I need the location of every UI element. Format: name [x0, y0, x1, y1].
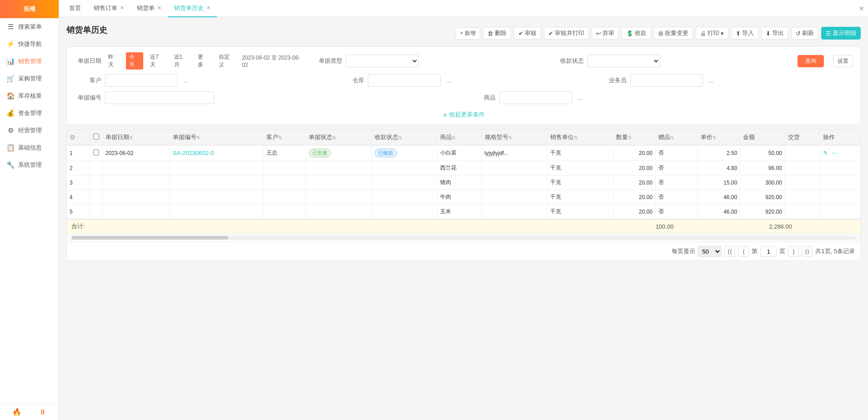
sort-qty-icon[interactable]: ⇅	[628, 135, 632, 140]
tab-bar-close-all[interactable]: ✕	[859, 5, 864, 12]
refresh-icon: ↺	[796, 30, 801, 37]
prev-page-btn[interactable]: ⟨	[738, 246, 749, 257]
date-tag-today[interactable]: 今天	[126, 52, 143, 70]
sort-doc-number-icon[interactable]: ⇅	[196, 135, 200, 140]
batch-change-button[interactable]: ⊞ 批量变更	[654, 27, 693, 40]
page-number-input[interactable]	[760, 246, 777, 257]
customer-more-dots[interactable]: ...	[183, 77, 189, 84]
more-action-icon[interactable]: ⋯	[832, 150, 838, 156]
new-button[interactable]: + 新增	[456, 27, 480, 40]
per-page-select[interactable]: 50 10 20 100	[698, 246, 722, 257]
doc-type-select[interactable]	[346, 55, 419, 67]
row-price: 15.00	[698, 175, 740, 190]
settings-button[interactable]: 设置	[833, 55, 853, 67]
delete-button[interactable]: 🗑 删除	[483, 27, 511, 40]
audit-button[interactable]: ✔ 审核	[514, 27, 541, 40]
edit-icon[interactable]: ✎	[823, 150, 828, 156]
collapse-icon: ∧	[443, 111, 447, 118]
date-tag-1month[interactable]: 近1月	[171, 52, 191, 70]
sidebar-item-label: 经营管理	[18, 126, 42, 135]
row-spec: tyjyjtyjdf...	[482, 145, 547, 161]
doc-type-label: 单据类型	[315, 57, 342, 65]
row-unit: 千克	[547, 190, 613, 205]
warehouse-input[interactable]	[368, 74, 441, 87]
print-button[interactable]: 🖨 打印 ▾	[696, 27, 728, 40]
abandon-button[interactable]: ↩ 弃审	[592, 27, 619, 40]
sort-doc-date-icon[interactable]: ⇅	[129, 135, 133, 140]
customer-input[interactable]	[105, 74, 178, 87]
sidebar-item-purchase-mgmt[interactable]: 🛒 采购管理	[0, 70, 59, 87]
col-gear[interactable]: ⚙	[67, 130, 90, 145]
sidebar-item-operation-mgmt[interactable]: ⚙ 经营管理	[0, 122, 59, 139]
sort-spec-icon[interactable]: ⇅	[508, 135, 512, 140]
sidebar-item-quick-nav[interactable]: ⚡ 快捷导航	[0, 35, 59, 53]
first-page-btn[interactable]: ⟨⟨	[724, 246, 735, 257]
goods-more-dots[interactable]: ...	[577, 94, 583, 101]
row-gift: 否	[656, 161, 698, 175]
query-button[interactable]: 查询	[798, 55, 824, 67]
date-tag-more[interactable]: 更多	[195, 52, 212, 70]
sidebar-item-system-mgmt[interactable]: 🔧 系统管理	[0, 156, 59, 174]
sidebar-item-label: 库存核算	[18, 92, 42, 100]
next-page-btn[interactable]: ⟩	[788, 246, 799, 257]
row-unit: 千克	[547, 161, 613, 175]
tab-sales-history[interactable]: 销货单历史 ✕	[168, 0, 217, 17]
date-tag-custom[interactable]: 自定义	[216, 52, 238, 70]
row-gift: 否	[656, 175, 698, 190]
salesperson-input[interactable]	[630, 74, 703, 87]
doc-number-link[interactable]: SA-20230602-0	[173, 150, 214, 156]
table-row: 1 2023-06-02 SA-20230602-0 王总 已生效 已收款 小白…	[67, 145, 860, 161]
date-filter-group: 单据日期 昨天 今天 近7天 近1月 更多 自定义 2023-06-02 至 2…	[74, 52, 306, 70]
tab-sales-order-close[interactable]: ✕	[120, 5, 124, 11]
salesperson-more-dots[interactable]: ...	[708, 77, 714, 84]
row-checkbox[interactable]	[93, 150, 99, 155]
sort-unit-icon[interactable]: ⇅	[574, 135, 577, 140]
row-price: 46.00	[698, 190, 740, 205]
tab-sales-delivery-close[interactable]: ✕	[157, 5, 161, 11]
col-amount: 金额	[740, 130, 785, 145]
import-button[interactable]: ⬆ 导入	[731, 27, 758, 40]
sidebar-item-basic-info[interactable]: 📋 基础信息	[0, 139, 59, 156]
horizontal-scrollbar[interactable]	[67, 233, 860, 242]
sidebar-pause-btn[interactable]: ⏸	[39, 408, 46, 416]
table-gear-icon[interactable]: ⚙	[70, 134, 75, 141]
sort-gift-icon[interactable]: ⇅	[670, 135, 674, 140]
sidebar-item-search-menu[interactable]: ☰ 搜索菜单	[0, 18, 59, 35]
sort-customer-icon[interactable]: ⇅	[278, 135, 282, 140]
payment-status-select[interactable]	[587, 55, 660, 67]
collapse-filter-btn[interactable]: ∧ 收起更多条件	[74, 109, 853, 119]
collect-button[interactable]: 💲 收款	[622, 27, 651, 40]
show-detail-button[interactable]: ☰ 显示明细	[821, 27, 861, 40]
sidebar-item-inventory[interactable]: 🏠 库存核算	[0, 87, 59, 105]
scrollbar-thumb[interactable]	[71, 236, 228, 240]
export-button[interactable]: ⬇ 导出	[761, 27, 788, 40]
sort-price-icon[interactable]: ⇅	[712, 135, 716, 140]
tab-sales-order-label: 销售订单	[94, 4, 117, 12]
sidebar-item-label: 搜索菜单	[18, 23, 42, 31]
sidebar-item-label: 系统管理	[18, 161, 42, 169]
sort-payment-status-icon[interactable]: ⇅	[398, 135, 402, 140]
refresh-button[interactable]: ↺ 刷新	[791, 27, 818, 40]
sidebar-fire-btn[interactable]: 🔥	[12, 408, 21, 416]
row-payment-status	[371, 205, 437, 219]
filter-row-2: 客户 ... 仓库 ... 业务员 ...	[74, 74, 853, 87]
tab-sales-history-close[interactable]: ✕	[206, 5, 211, 11]
sidebar-item-finance-mgmt[interactable]: 💰 资金管理	[0, 105, 59, 122]
goods-input[interactable]	[499, 91, 572, 104]
date-tag-7days[interactable]: 近7天	[147, 52, 167, 70]
tab-home[interactable]: 首页	[63, 0, 87, 17]
audit-print-button[interactable]: ✔ 审核并打印	[544, 27, 589, 40]
tab-sales-delivery[interactable]: 销货单 ✕	[130, 0, 168, 17]
warehouse-more-dots[interactable]: ...	[446, 77, 452, 84]
last-page-btn[interactable]: ⟩⟩	[802, 246, 813, 257]
date-tag-yesterday[interactable]: 昨天	[105, 52, 122, 70]
table-header-row: ⚙ 单据日期⇅ 单据编号⇅ 客户⇅ 单据状态⇅ 收款状态⇅ 商品⇅ 规格型号⇅ …	[67, 130, 860, 145]
sort-goods-icon[interactable]: ⇅	[452, 135, 456, 140]
sidebar-item-sales-mgmt[interactable]: 📊 销售管理	[0, 53, 59, 70]
doc-number-input[interactable]	[105, 91, 214, 104]
sort-doc-status-icon[interactable]: ⇅	[332, 135, 336, 140]
select-all-checkbox[interactable]	[93, 134, 99, 140]
row-doc-number[interactable]: SA-20230602-0	[170, 145, 263, 161]
audit-icon: ✔	[518, 30, 523, 37]
tab-sales-order[interactable]: 销售订单 ✕	[87, 0, 130, 17]
